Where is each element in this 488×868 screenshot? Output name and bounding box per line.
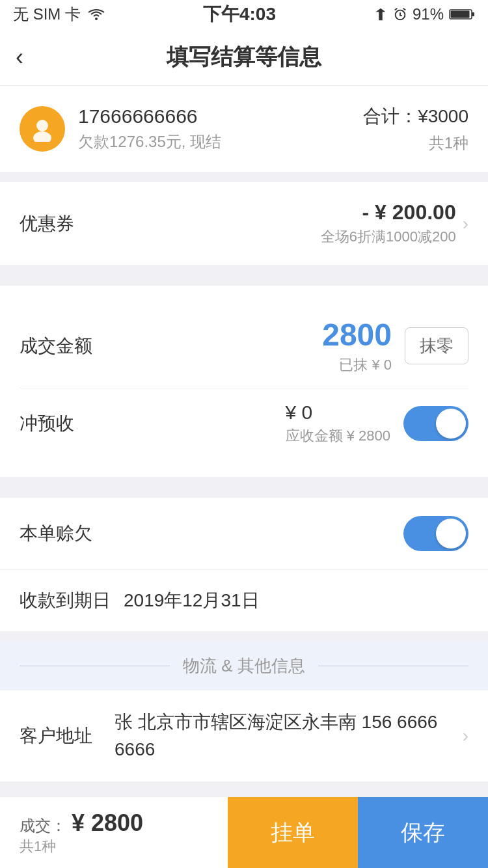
coupon-row[interactable]: 优惠券 - ¥ 200.00 全场6折满1000减200 › <box>0 182 488 265</box>
battery-icon <box>449 8 475 21</box>
svg-point-6 <box>33 131 51 142</box>
user-total-info: 合计：¥3000 共1种 <box>363 104 468 154</box>
save-button[interactable]: 保存 <box>358 797 488 869</box>
location-icon <box>373 7 388 21</box>
due-date-label: 收款到期日 <box>20 588 111 613</box>
amount-section: 成交金额 2800 已抹 ¥ 0 抹零 冲预收 ¥ 0 应收金额 ¥ 2800 <box>0 286 488 477</box>
prepaid-right: ¥ 0 应收金额 ¥ 2800 <box>286 401 468 446</box>
deal-amount-right: 2800 已抹 ¥ 0 抹零 <box>322 317 468 375</box>
battery-percent: 91% <box>413 5 444 23</box>
deal-amount-sub: 已抹 ¥ 0 <box>322 355 392 375</box>
bottom-deal-value: ¥ 2800 <box>72 809 143 837</box>
bottom-deal-row: 成交： ¥ 2800 <box>20 809 208 837</box>
address-arrow-icon: › <box>463 726 468 746</box>
prepaid-sub: 应收金额 ¥ 2800 <box>286 426 390 446</box>
due-date-section: 收款到期日 2019年12月31日 <box>0 569 488 631</box>
user-debt: 欠款1276.35元, 现结 <box>78 131 221 152</box>
divider-1 <box>0 275 488 286</box>
coupon-right: - ¥ 200.00 全场6折满1000减200 › <box>321 200 468 247</box>
content: 17666666666 欠款1276.35元, 现结 合计：¥3000 共1种 … <box>0 86 488 860</box>
status-time: 下午4:03 <box>203 2 276 27</box>
svg-point-5 <box>36 120 48 131</box>
coupon-value-wrapper: - ¥ 200.00 全场6折满1000减200 <box>321 200 456 247</box>
svg-rect-3 <box>472 12 474 16</box>
avatar <box>20 106 65 152</box>
prepaid-toggle-container <box>403 406 468 441</box>
divider-2 <box>0 477 488 487</box>
address-label: 客户地址 <box>20 724 104 748</box>
alarm-icon <box>393 7 407 21</box>
debit-toggle-container <box>403 516 468 551</box>
bottom-deal-label: 成交： <box>20 815 66 836</box>
user-left: 17666666666 欠款1276.35元, 现结 <box>20 105 221 152</box>
deal-amount-row: 成交金额 2800 已抹 ¥ 0 抹零 <box>20 304 468 388</box>
prepaid-value-wrapper: ¥ 0 应收金额 ¥ 2800 <box>286 401 390 446</box>
coupon-discount: - ¥ 200.00 <box>321 200 456 224</box>
status-right: 91% <box>373 5 475 23</box>
hold-button[interactable]: 挂单 <box>228 797 358 869</box>
wifi-icon <box>87 8 105 21</box>
debit-section: 本单赊欠 <box>0 498 488 569</box>
user-card: 17666666666 欠款1276.35元, 现结 合计：¥3000 共1种 <box>0 86 488 172</box>
debit-label: 本单赊欠 <box>20 521 92 546</box>
logistics-line-right <box>318 666 468 666</box>
back-button[interactable]: ‹ <box>16 44 23 71</box>
logistics-title: 物流 & 其他信息 <box>183 655 305 677</box>
status-left: 无 SIM 卡 <box>13 4 105 25</box>
deal-amount-value-wrapper: 2800 已抹 ¥ 0 <box>322 317 392 375</box>
user-total: 合计：¥3000 <box>363 104 468 129</box>
svg-rect-4 <box>450 11 469 18</box>
page-title: 填写结算等信息 <box>167 42 321 72</box>
coupon-desc: 全场6折满1000减200 <box>321 227 456 247</box>
user-count: 共1种 <box>363 133 468 154</box>
status-bar: 无 SIM 卡 下午4:03 91% <box>0 0 488 29</box>
logistics-header: 物流 & 其他信息 <box>0 642 488 690</box>
user-phone: 17666666666 <box>78 105 221 128</box>
bottom-bar: 成交： ¥ 2800 共1种 挂单 保存 <box>0 796 488 868</box>
address-section[interactable]: 客户地址 张 北京市市辖区海淀区永丰南 156 6666 6666 › <box>0 690 488 781</box>
address-value: 张 北京市市辖区海淀区永丰南 156 6666 6666 <box>115 709 452 763</box>
prepaid-toggle[interactable] <box>403 406 468 441</box>
logistics-line-left <box>20 666 170 666</box>
round-zero-button[interactable]: 抹零 <box>405 327 468 364</box>
prepaid-value: ¥ 0 <box>286 401 390 424</box>
due-date-value: 2019年12月31日 <box>124 588 260 613</box>
no-sim-label: 无 SIM 卡 <box>13 4 81 25</box>
deal-amount-value: 2800 <box>322 317 392 353</box>
svg-point-0 <box>95 18 98 20</box>
user-info: 17666666666 欠款1276.35元, 现结 <box>78 105 221 152</box>
prepaid-row: 冲预收 ¥ 0 应收金额 ¥ 2800 <box>20 388 468 459</box>
deal-amount-label: 成交金额 <box>20 334 92 359</box>
bottom-count: 共1种 <box>20 837 208 856</box>
coupon-label: 优惠券 <box>20 211 74 236</box>
nav-bar: ‹ 填写结算等信息 <box>0 29 488 86</box>
prepaid-label: 冲预收 <box>20 411 74 436</box>
coupon-arrow-icon: › <box>463 213 468 234</box>
bottom-left: 成交： ¥ 2800 共1种 <box>0 809 228 856</box>
debit-toggle[interactable] <box>403 516 468 551</box>
